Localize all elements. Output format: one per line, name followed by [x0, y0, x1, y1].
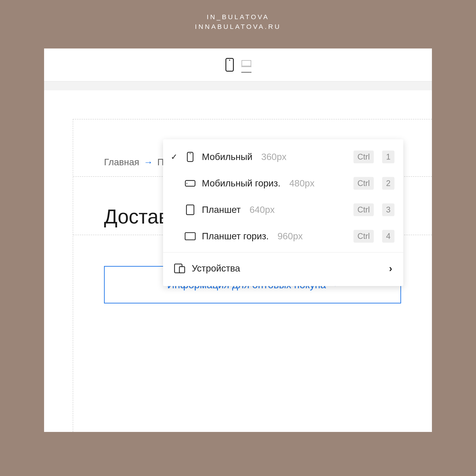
shortcut-mod: Ctrl [354, 151, 374, 163]
viewport-option-label: Планшет [202, 204, 241, 215]
viewport-option-size: 960px [277, 231, 303, 241]
viewport-option-tablet[interactable]: Планшет 640px Ctrl 3 [163, 197, 403, 223]
arrow-right-icon: → [144, 157, 153, 168]
dropdown-separator [163, 252, 403, 253]
svg-rect-11 [179, 267, 185, 273]
viewport-option-size: 360px [261, 152, 287, 162]
svg-point-5 [190, 153, 191, 154]
svg-point-7 [187, 183, 187, 184]
shortcut-mod: Ctrl [354, 230, 374, 243]
viewport-option-label: Планшет гориз. [202, 231, 269, 241]
viewport-option-size: 640px [250, 204, 274, 215]
shortcut-key: 3 [382, 204, 394, 216]
svg-rect-9 [185, 233, 195, 240]
viewport-option-label: Мобильный гориз. [202, 178, 281, 189]
device-desktop-button[interactable] [241, 57, 252, 73]
viewport-dropdown: ✓ Мобильный 360px Ctrl 1 Мобильный гориз… [163, 139, 403, 286]
svg-rect-2 [242, 60, 251, 66]
overlay-line1: IN_BULATOVA [0, 13, 476, 21]
viewport-option-size: 480px [289, 178, 314, 189]
check-icon: ✓ [170, 152, 178, 162]
viewport-option-tablet-landscape[interactable]: Планшет гориз. 960px Ctrl 4 [163, 223, 403, 250]
breadcrumb-home[interactable]: Главная [104, 157, 139, 168]
phone-portrait-icon [185, 152, 196, 162]
svg-point-1 [229, 60, 230, 61]
devices-icon [174, 264, 185, 273]
devices-submenu[interactable]: Устройства › [163, 255, 403, 282]
viewport-toolbar [44, 49, 432, 82]
editor-canvas: Главная → Поле Доставка ＋ Информация для… [44, 90, 432, 432]
chevron-right-icon: › [389, 263, 392, 274]
shortcut-key: 4 [382, 230, 394, 243]
shortcut-key: 1 [382, 151, 394, 163]
viewport-option-mobile[interactable]: ✓ Мобильный 360px Ctrl 1 [163, 144, 403, 170]
toolbar-shadow-band [44, 82, 432, 90]
viewport-option-mobile-landscape[interactable]: Мобильный гориз. 480px Ctrl 2 [163, 170, 403, 197]
svg-rect-8 [187, 205, 194, 215]
phone-portrait-icon [225, 58, 234, 72]
overlay-watermark: IN_BULATOVA INNABULATOVA.RU [0, 13, 476, 30]
viewport-option-label: Мобильный [202, 152, 253, 162]
device-mobile-button[interactable] [224, 57, 235, 73]
overlay-line2: INNABULATOVA.RU [0, 23, 476, 30]
shortcut-key: 2 [382, 177, 394, 190]
tablet-portrait-icon [185, 204, 196, 215]
phone-landscape-icon [185, 180, 196, 187]
editor-window: Главная → Поле Доставка ＋ Информация для… [44, 49, 432, 432]
devices-label: Устройства [192, 263, 240, 274]
desktop-icon [241, 57, 252, 70]
shortcut-mod: Ctrl [354, 204, 374, 216]
tablet-landscape-icon [185, 232, 196, 240]
shortcut-mod: Ctrl [354, 177, 374, 190]
